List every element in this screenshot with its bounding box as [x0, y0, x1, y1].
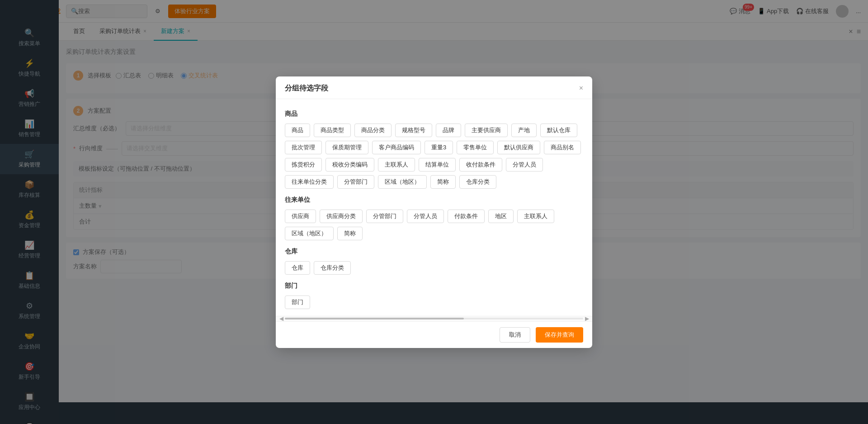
- field-tag[interactable]: 商品别名: [544, 141, 581, 154]
- modal-overlay: 分组待选字段 × 商品 商品 商品类型 商品分类 规格型号 品牌 主要供应商 产…: [0, 0, 868, 424]
- field-tag[interactable]: 分管部门: [366, 210, 403, 223]
- field-select-dialog: 分组待选字段 × 商品 商品 商品类型 商品分类 规格型号 品牌 主要供应商 产…: [276, 76, 592, 348]
- field-tags-warehouse: 仓库 仓库分类: [285, 261, 583, 275]
- field-tags-product: 商品 商品类型 商品分类 规格型号 品牌 主要供应商 产地 默认仓库 批次管理 …: [285, 124, 583, 189]
- field-tag[interactable]: 分管人员: [407, 210, 444, 223]
- field-tag[interactable]: 分管人员: [506, 158, 543, 172]
- field-tag[interactable]: 仓库: [285, 261, 310, 275]
- section-title-warehouse: 仓库: [285, 248, 583, 256]
- scroll-track: [285, 318, 583, 319]
- field-tag[interactable]: 区域（地区）: [378, 175, 427, 189]
- dialog-body[interactable]: 商品 商品 商品类型 商品分类 规格型号 品牌 主要供应商 产地 默认仓库 批次…: [276, 99, 592, 316]
- field-tag[interactable]: 简称: [430, 175, 456, 189]
- horizontal-scrollbar[interactable]: ◀ ▶: [276, 316, 592, 321]
- section-title-department: 部门: [285, 282, 583, 290]
- field-tag[interactable]: 分管部门: [337, 175, 374, 189]
- field-tag[interactable]: 收付款条件: [459, 158, 502, 172]
- field-tag[interactable]: 品牌: [436, 124, 461, 137]
- field-tag[interactable]: 地区: [488, 210, 514, 223]
- scroll-thumb: [285, 318, 464, 319]
- field-tag[interactable]: 商品: [285, 124, 310, 137]
- field-tag[interactable]: 主联系人: [517, 210, 554, 223]
- field-tag[interactable]: 批次管理: [285, 141, 322, 154]
- field-tag[interactable]: 往来单位分类: [285, 175, 334, 189]
- field-tag[interactable]: 税收分类编码: [326, 158, 374, 172]
- field-tag[interactable]: 规格型号: [395, 124, 432, 137]
- field-tags-department: 部门: [285, 295, 583, 309]
- field-tag[interactable]: 供应商分类: [320, 210, 363, 223]
- field-tag[interactable]: 主要供应商: [465, 124, 508, 137]
- field-tag[interactable]: 客户商品编码: [372, 141, 421, 154]
- field-tag[interactable]: 保质期管理: [326, 141, 368, 154]
- field-tag[interactable]: 默认仓库: [540, 124, 577, 137]
- field-tag[interactable]: 部门: [285, 295, 310, 309]
- field-tag[interactable]: 默认供应商: [497, 141, 540, 154]
- field-tag[interactable]: 主联系人: [378, 158, 415, 172]
- field-tag[interactable]: 简称: [337, 227, 363, 240]
- field-tag[interactable]: 仓库分类: [459, 175, 496, 189]
- field-tag[interactable]: 商品类型: [314, 124, 351, 137]
- field-tag[interactable]: 产地: [511, 124, 537, 137]
- field-tag[interactable]: 区域（地区）: [285, 227, 334, 240]
- section-title-partner: 往来单位: [285, 196, 583, 204]
- field-tag[interactable]: 仓库分类: [314, 261, 351, 275]
- section-title-product: 商品: [285, 110, 583, 118]
- field-tag[interactable]: 供应商: [285, 210, 316, 223]
- field-tag[interactable]: 重量3: [425, 141, 453, 154]
- dialog-footer: 商品 取消 保存并查询: [276, 321, 592, 348]
- field-tag[interactable]: 结算单位: [419, 158, 456, 172]
- field-tag[interactable]: 拣货积分: [285, 158, 322, 172]
- dialog-header: 分组待选字段 ×: [276, 76, 592, 99]
- field-tag[interactable]: 商品分类: [354, 124, 392, 137]
- field-tag[interactable]: 零售单位: [457, 141, 494, 154]
- dialog-close-button[interactable]: ×: [579, 84, 583, 92]
- dialog-title: 分组待选字段: [285, 84, 328, 93]
- confirm-button[interactable]: 保存并查询: [536, 327, 583, 343]
- field-tag[interactable]: 付款条件: [448, 210, 485, 223]
- field-tags-partner: 供应商 供应商分类 分管部门 分管人员 付款条件 地区 主联系人 区域（地区） …: [285, 210, 583, 240]
- cancel-button[interactable]: 取消: [500, 327, 530, 343]
